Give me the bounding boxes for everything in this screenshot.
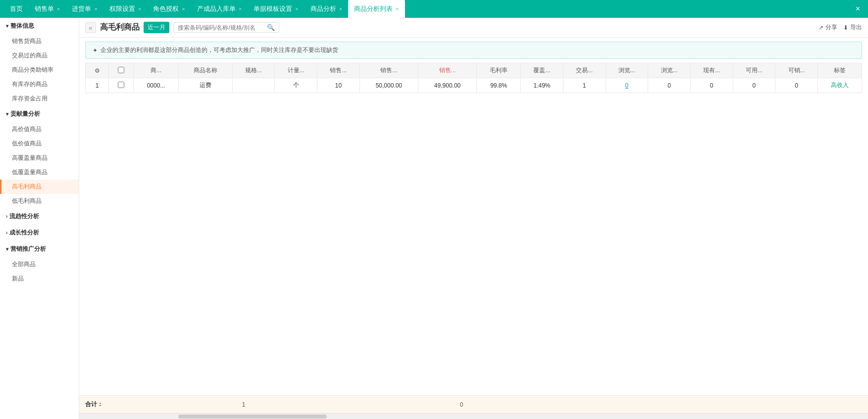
nav-close-role[interactable]: × — [182, 6, 185, 12]
horizontal-scrollbar[interactable] — [79, 413, 868, 419]
cell-name: 运费 — [178, 78, 232, 93]
nav-close-product-inbound[interactable]: × — [239, 6, 242, 12]
cell-sale-amount: 50,000.00 — [359, 78, 418, 93]
nav-item-goods-analysis-list[interactable]: 商品分析列表 × — [348, 0, 405, 18]
sidebar-item-category-rate[interactable]: 商品分类助销率 — [0, 63, 79, 77]
sidebar-item-high-coverage[interactable]: 高覆盖量商品 — [0, 151, 79, 165]
nav-close-goods-analysis[interactable]: × — [339, 6, 342, 12]
page-title: 高毛利商品 — [100, 22, 140, 33]
nav-close-sales[interactable]: × — [57, 6, 60, 12]
info-banner: ✦ 企业的主要的利润都是这部分商品创造的，可考虑加大推广，同时关注库存是不要出现… — [85, 42, 862, 59]
arrow-overview: ▾ — [6, 23, 8, 29]
sidebar-item-low-coverage[interactable]: 低覆盖量商品 — [0, 165, 79, 180]
cell-spec — [232, 78, 275, 93]
sidebar-item-high-value[interactable]: 高价值商品 — [0, 122, 79, 137]
col-coverage: 覆盖... — [521, 63, 563, 78]
nav-item-goods-analysis[interactable]: 商品分析 × — [305, 0, 348, 18]
sidebar: ▾ 整体信息 销售货商品 交易过的商品 商品分类助销率 有库存的商品 库存资金占… — [0, 18, 79, 419]
sidebar-group-overview[interactable]: ▾ 整体信息 — [0, 18, 79, 34]
nav-item-sales[interactable]: 销售单 × — [29, 0, 66, 18]
sidebar-item-traded-goods[interactable]: 交易过的商品 — [0, 48, 79, 63]
search-icon: 🔍 — [267, 24, 275, 31]
arrow-trend: › — [6, 214, 7, 219]
col-unit: 计量... — [275, 63, 317, 78]
nav-item-home[interactable]: 首页 — [4, 0, 29, 18]
nav-close-goods-analysis-list[interactable]: × — [396, 6, 399, 12]
total-label: 合计： — [85, 400, 125, 409]
content-header: « 高毛利商品 近一月 🔍 ↗ 分享 ⬇ 导出 — [79, 18, 868, 38]
cell-sale-profit: 49,900.00 — [418, 78, 476, 93]
col-gross-margin: 毛利率 — [477, 63, 521, 78]
col-browse2: 浏览... — [648, 63, 691, 78]
content-area: « 高毛利商品 近一月 🔍 ↗ 分享 ⬇ 导出 ✦ 企业的主要的利润都是这部 — [79, 18, 868, 419]
main-layout: ▾ 整体信息 销售货商品 交易过的商品 商品分类助销率 有库存的商品 库存资金占… — [0, 18, 868, 419]
arrow-contribution: ▾ — [6, 111, 8, 117]
scrollbar-thumb[interactable] — [178, 415, 327, 419]
sidebar-group-contribution[interactable]: ▾ 贡献量分析 — [0, 106, 79, 122]
goods-table: ⚙ 商... 商品名称 规格... 计量... 销售... 销售... 销售..… — [85, 63, 862, 93]
col-checkbox[interactable] — [109, 63, 134, 78]
search-box: 🔍 — [173, 22, 279, 33]
table-header-row: ⚙ 商... 商品名称 规格... 计量... 销售... 销售... 销售..… — [86, 63, 862, 78]
row-checkbox[interactable] — [118, 82, 124, 88]
col-spec: 规格... — [232, 63, 275, 78]
cell-browse2: 0 — [648, 78, 691, 93]
share-button[interactable]: ↗ 分享 — [818, 23, 837, 32]
sidebar-item-low-value[interactable]: 低价值商品 — [0, 137, 79, 151]
sidebar-item-sale-goods[interactable]: 销售货商品 — [0, 34, 79, 48]
nav-close-permission[interactable]: × — [138, 6, 141, 12]
nav-item-purchase[interactable]: 进货单 × — [66, 0, 103, 18]
col-sale-qty: 销售... — [317, 63, 360, 78]
footer-cell-sale-qty: 1 — [224, 401, 263, 408]
col-sale-profit: 销售... — [418, 63, 476, 78]
col-browse1: 浏览... — [606, 63, 648, 78]
sidebar-group-growth[interactable]: › 成长性分析 — [0, 225, 79, 241]
sidebar-collapse-button[interactable]: « — [85, 22, 96, 33]
nav-close-purchase[interactable]: × — [94, 6, 97, 12]
period-button[interactable]: 近一月 — [144, 22, 169, 33]
cell-code: 0000... — [134, 78, 178, 93]
sidebar-group-marketing[interactable]: ▾ 营销推广分析 — [0, 241, 79, 257]
sidebar-item-low-margin[interactable]: 低毛利商品 — [0, 194, 79, 208]
cell-coverage: 1.49% — [521, 78, 563, 93]
sidebar-item-all-goods[interactable]: 全部商品 — [0, 257, 79, 272]
col-name: 商品名称 — [178, 63, 232, 78]
sidebar-item-high-margin[interactable]: 高毛利商品 — [0, 180, 79, 194]
col-current-stock: 现有... — [690, 63, 733, 78]
col-code: 商... — [134, 63, 178, 78]
cell-sale-qty: 10 — [317, 78, 360, 93]
cell-browse1[interactable]: 0 — [606, 78, 648, 93]
cell-available-stock: 0 — [733, 78, 775, 93]
top-nav: 首页 销售单 × 进货单 × 权限设置 × 角色授权 × 产成品入库单 × 单据… — [0, 0, 868, 18]
info-icon: ✦ — [93, 47, 98, 54]
col-tag: 标签 — [817, 63, 862, 78]
nav-item-role[interactable]: 角色授权 × — [147, 0, 191, 18]
select-all-checkbox[interactable] — [118, 67, 124, 73]
arrow-marketing: ▾ — [6, 246, 8, 252]
nav-close-template[interactable]: × — [295, 6, 298, 12]
table-container: ⚙ 商... 商品名称 规格... 计量... 销售... 销售... 销售..… — [79, 63, 868, 395]
sidebar-group-trend[interactable]: › 流趋性分析 — [0, 208, 79, 225]
footer-totals: 合计： 1 0 — [79, 395, 868, 413]
nav-item-product-inbound[interactable]: 产成品入库单 × — [191, 0, 248, 18]
col-sale-amount: 销售... — [359, 63, 418, 78]
search-input[interactable] — [178, 24, 267, 31]
cell-checkbox[interactable] — [109, 78, 134, 93]
nav-item-template[interactable]: 单据模板设置 × — [248, 0, 304, 18]
cell-gross-margin: 99.8% — [477, 78, 521, 93]
nav-item-permission[interactable]: 权限设置 × — [103, 0, 147, 18]
sidebar-item-stock-capital[interactable]: 库存资金占用 — [0, 92, 79, 106]
sidebar-item-new-goods[interactable]: 新品 — [0, 272, 79, 286]
nav-close-all-button[interactable]: × — [852, 4, 864, 13]
footer-cell-transaction: 0 — [442, 401, 481, 408]
arrow-growth: › — [6, 230, 7, 235]
export-icon: ⬇ — [843, 24, 848, 31]
col-transaction: 交易... — [563, 63, 606, 78]
table-row: 1 0000... 运费 个 10 50,000.00 49,900.00 99… — [86, 78, 862, 93]
cell-unit: 个 — [275, 78, 317, 93]
export-button[interactable]: ⬇ 导出 — [843, 23, 862, 32]
col-saleable: 可销... — [775, 63, 818, 78]
col-settings[interactable]: ⚙ — [86, 63, 109, 78]
header-actions: ↗ 分享 ⬇ 导出 — [818, 23, 862, 32]
sidebar-item-in-stock[interactable]: 有库存的商品 — [0, 77, 79, 92]
